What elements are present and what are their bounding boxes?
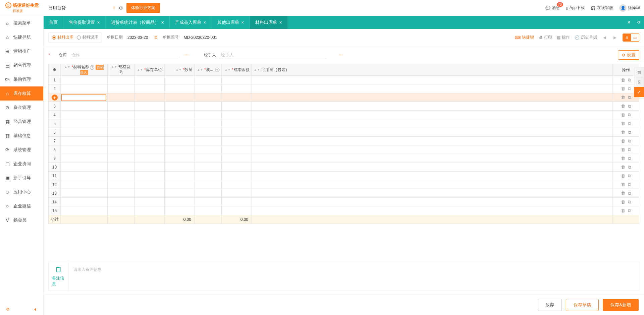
row-delete-icon[interactable]: 🗑 <box>620 77 627 82</box>
save-draft-button[interactable]: 保存草稿 <box>566 299 599 311</box>
messages-button[interactable]: 💬 消息 70 <box>545 5 560 11</box>
row-copy-icon[interactable]: ⧉ <box>627 86 632 91</box>
row-copy-icon[interactable]: ⧉ <box>627 156 632 161</box>
tab-close-icon[interactable]: ✕ <box>97 20 100 25</box>
row-copy-icon[interactable]: ⧉ <box>627 77 632 82</box>
col-spec[interactable]: ▲▼规格型号 <box>108 64 135 76</box>
calendar-icon[interactable]: 🗓 <box>154 35 158 40</box>
warehouse-picker-icon[interactable]: ⋯ <box>184 53 189 57</box>
col-name[interactable]: ▲▼*材料名称?扫码录入 <box>61 64 108 76</box>
material-name-input[interactable] <box>61 94 106 101</box>
handler-picker-icon[interactable]: ⋯ <box>339 53 343 57</box>
tab[interactable]: 进货单统计表（按商品）✕ <box>106 16 170 29</box>
doc-date-value[interactable]: 2023-03-20 <box>127 35 148 40</box>
sidebar-item[interactable]: V畅会员 <box>0 213 43 227</box>
help-icon[interactable]: ? <box>90 65 94 70</box>
sidebar-item[interactable]: ○企业微信 <box>0 199 43 213</box>
sidebar-item[interactable]: 🛍采购管理 <box>0 72 43 86</box>
warehouse-input[interactable] <box>70 51 177 59</box>
row-delete-icon[interactable]: 🗑 <box>620 112 627 117</box>
row-copy-icon[interactable]: ⧉ <box>627 182 632 187</box>
gear-icon[interactable]: ⚙ <box>119 5 123 11</box>
industry-cta-button[interactable]: 体验行业方案 <box>126 3 160 13</box>
collapse-icon[interactable]: ⏴ <box>33 307 37 312</box>
tab[interactable]: 首页 <box>44 16 63 29</box>
settings-button[interactable]: ⚙设置 <box>618 50 639 60</box>
row-copy-icon[interactable]: ⧉ <box>627 130 632 135</box>
row-copy-icon[interactable]: ⧉ <box>627 191 632 196</box>
row-copy-icon[interactable]: ⧉ <box>627 165 632 170</box>
row-copy-icon[interactable]: ⧉ <box>627 121 632 126</box>
tab-refresh-button[interactable]: ⟳ <box>634 20 644 25</box>
sidebar-item[interactable]: ☺应用中心 <box>0 185 43 199</box>
sidebar-item[interactable]: ▢企业协同 <box>0 157 43 171</box>
sidebar-item[interactable]: ⊞营销推广 <box>0 44 43 58</box>
tab-close-icon[interactable]: ✕ <box>203 20 206 25</box>
row-delete-icon[interactable]: 🗑 <box>620 86 627 91</box>
col-qty[interactable]: ▲▼*数量 <box>165 64 195 76</box>
sidebar-item[interactable]: ⌕搜索菜单 <box>0 16 43 30</box>
prev-doc-button[interactable]: ◀ <box>602 35 607 40</box>
tab-close-all-button[interactable]: ✕ <box>624 20 634 25</box>
row-delete-icon[interactable]: 🗑 <box>620 165 627 170</box>
add-row-button[interactable]: + <box>52 94 58 101</box>
col-avail[interactable]: ▲▼可用量（包装） <box>252 64 612 76</box>
handler-input[interactable] <box>219 51 327 59</box>
customer-service-button[interactable]: 🎧在线客服 <box>591 5 613 11</box>
sidebar-item[interactable]: ⌂快捷导航 <box>0 30 43 44</box>
row-delete-icon[interactable]: 🗑 <box>620 173 627 178</box>
row-copy-icon[interactable]: ⧉ <box>627 112 632 117</box>
tab-close-icon[interactable]: ✕ <box>161 20 164 25</box>
row-delete-icon[interactable]: 🗑 <box>620 199 627 204</box>
row-delete-icon[interactable]: 🗑 <box>620 130 627 135</box>
shortcut-button[interactable]: ⌨快捷键 <box>515 35 534 40</box>
row-delete-icon[interactable]: 🗑 <box>620 104 627 109</box>
tab[interactable]: 材料出库单✕ <box>250 16 288 29</box>
radio-material-out[interactable]: 材料出库 <box>52 35 73 40</box>
sidebar-item[interactable]: ▣新手引导 <box>0 171 43 185</box>
float-link-button[interactable]: ⎘ <box>634 77 644 87</box>
ops-button[interactable]: ▦操作 <box>557 35 570 40</box>
user-menu[interactable]: 👤徐泽华 <box>619 4 640 12</box>
row-copy-icon[interactable]: ⧉ <box>627 95 632 100</box>
col-gear[interactable]: ⚙ <box>49 64 61 76</box>
row-delete-icon[interactable]: 🗑 <box>620 156 627 161</box>
col-unit[interactable]: ▲▼*库存单位 <box>135 64 165 76</box>
sidebar-item[interactable]: ▦经营管理 <box>0 115 43 129</box>
view-card-button[interactable]: ▭ <box>631 34 639 41</box>
remarks-input[interactable] <box>69 262 639 286</box>
tab[interactable]: 售价提取设置✕ <box>63 16 106 29</box>
tab-close-icon[interactable]: ✕ <box>241 20 244 25</box>
row-delete-icon[interactable]: 🗑 <box>620 147 627 152</box>
row-delete-icon[interactable]: 🗑 <box>620 182 627 187</box>
save-new-button[interactable]: 保存&新增 <box>603 299 639 311</box>
print-button[interactable]: 🖶打印 <box>539 35 552 40</box>
row-copy-icon[interactable]: ⧉ <box>627 208 632 213</box>
sidebar-item[interactable]: ⊙资金管理 <box>0 101 43 115</box>
radio-material-return[interactable]: 材料退库 <box>77 35 98 40</box>
row-delete-icon[interactable]: 🗑 <box>620 95 627 100</box>
sidebar-item[interactable]: ⟳系统管理 <box>0 143 43 157</box>
row-copy-icon[interactable]: ⧉ <box>627 138 632 143</box>
tab[interactable]: 其他出库单✕ <box>212 16 250 29</box>
row-delete-icon[interactable]: 🗑 <box>620 121 627 126</box>
app-download-button[interactable]: ▯App下载 <box>566 5 585 11</box>
row-copy-icon[interactable]: ⧉ <box>627 173 632 178</box>
discard-button[interactable]: 放弃 <box>538 299 562 311</box>
view-list-button[interactable]: ≡ <box>623 34 631 41</box>
sidebar-item[interactable]: ▤销售管理 <box>0 58 43 72</box>
col-amount[interactable]: ▲▼*成本金额 <box>222 64 252 76</box>
help-icon[interactable]: ? <box>215 68 219 72</box>
float-expand-button[interactable]: ⤢ <box>634 87 644 97</box>
sidebar-item[interactable]: ▥基础信息 <box>0 129 43 143</box>
tab-close-icon[interactable]: ✕ <box>279 20 282 25</box>
history-button[interactable]: 🕘历史单据 <box>575 35 597 40</box>
row-copy-icon[interactable]: ⧉ <box>627 104 632 109</box>
sidebar-item[interactable]: ⌂库存核算 <box>0 86 43 101</box>
business-selector[interactable]: 日用百货 ▽ <box>48 5 115 11</box>
row-delete-icon[interactable]: 🗑 <box>620 208 627 213</box>
row-delete-icon[interactable]: 🗑 <box>620 138 627 143</box>
settings-icon[interactable]: ⚙ <box>6 307 10 312</box>
next-doc-button[interactable]: ▶ <box>612 35 618 40</box>
row-copy-icon[interactable]: ⧉ <box>627 199 632 204</box>
